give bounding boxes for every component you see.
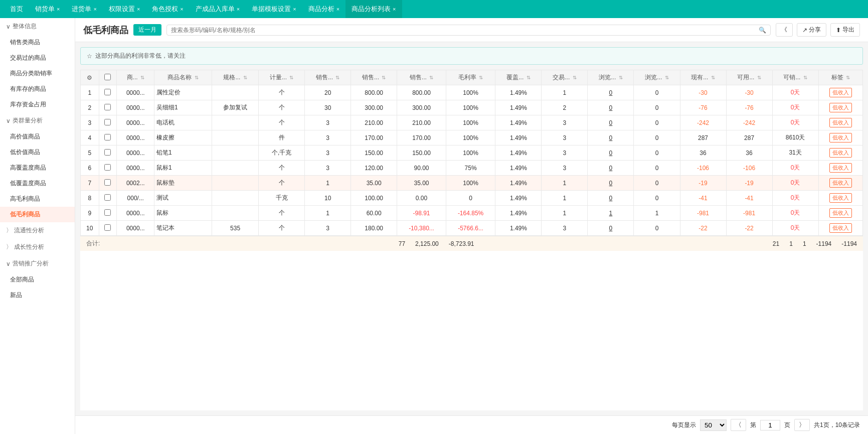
page-input[interactable] [760,420,780,430]
date-filter-button[interactable]: 近一月 [133,24,161,36]
sidebar-item-low-margin[interactable]: 低毛利商品 [0,207,75,222]
cell-view1[interactable]: 0 [588,176,634,191]
col-trade[interactable]: 交易... ⇅ [542,70,588,85]
nav-sales-order[interactable]: 销货单 × [29,0,66,18]
col-checkbox[interactable] [99,70,117,85]
view1-link[interactable]: 0 [609,89,613,96]
sidebar-item-stock-funds[interactable]: 库存资金占用 [0,97,75,112]
close-icon[interactable]: × [180,6,183,12]
close-icon[interactable]: × [57,6,60,12]
nav-role-auth[interactable]: 角色授权 × [146,0,189,18]
row-checkbox[interactable] [104,89,111,95]
cell-view1[interactable]: 0 [588,191,634,206]
select-all-checkbox[interactable] [104,74,111,80]
cell-checkbox[interactable] [99,176,117,191]
row-checkbox[interactable] [104,179,111,186]
view1-link[interactable]: 0 [609,195,613,202]
close-icon[interactable]: × [237,6,240,12]
cell-view1[interactable]: 0 [588,115,634,130]
collapse-sidebar-button[interactable]: 《 [776,23,793,37]
close-icon[interactable]: × [336,6,339,12]
cell-checkbox[interactable] [99,100,117,115]
col-available[interactable]: 可用... ⇅ [726,70,772,85]
cell-view1[interactable]: 0 [588,146,634,161]
col-view2[interactable]: 浏览... ⇅ [634,70,680,85]
row-checkbox[interactable] [104,194,111,201]
view1-link[interactable]: 0 [609,180,613,187]
row-checkbox[interactable] [104,104,111,110]
col-gross-rate[interactable]: 毛利率 ⇅ [446,70,495,85]
cell-checkbox[interactable] [99,221,117,236]
cell-view1[interactable]: 0 [588,130,634,146]
close-icon[interactable]: × [93,6,96,12]
prev-page-button[interactable]: 〈 [731,419,746,431]
sidebar-item-stocked-products[interactable]: 有库存的商品 [0,81,75,97]
col-sales-qty[interactable]: 销售... ⇅ [305,70,351,85]
col-sales-amount[interactable]: 销售... ⇅ [397,70,446,85]
sidebar-group-overall[interactable]: ∨ 整体信息 [0,18,75,35]
cell-view1[interactable]: 0 [588,161,634,176]
sidebar-item-high-margin[interactable]: 高毛利商品 [0,191,75,207]
view1-link[interactable]: 0 [609,134,613,141]
export-button[interactable]: ⬆ 导出 [830,23,860,37]
col-name[interactable]: 商品名称 ⇅ [154,70,212,85]
cell-checkbox[interactable] [99,146,117,161]
share-button[interactable]: ↗ 分享 [797,23,826,37]
view1-link[interactable]: 1 [609,210,613,217]
cell-view1[interactable]: 0 [588,85,634,100]
cell-checkbox[interactable] [99,206,117,221]
sidebar-item-low-coverage[interactable]: 低覆盖度商品 [0,176,75,191]
sidebar-group-flow[interactable]: 〉 流通性分析 [0,222,75,239]
row-checkbox[interactable] [104,209,111,216]
cell-checkbox[interactable] [99,191,117,206]
close-icon[interactable]: × [137,6,140,12]
col-current[interactable]: 现有... ⇅ [680,70,726,85]
col-settings[interactable]: ⚙ [81,70,99,85]
sidebar-item-new-products[interactable]: 新品 [0,287,75,303]
nav-product-analysis-list[interactable]: 商品分析列表 × [345,0,402,18]
sidebar-item-traded-products[interactable]: 交易过的商品 [0,50,75,66]
nav-permission[interactable]: 权限设置 × [103,0,146,18]
per-page-select[interactable]: 50 20 100 [700,419,727,431]
sidebar-item-category-rate[interactable]: 商品分类助销率 [0,66,75,81]
view1-link[interactable]: 0 [609,119,613,126]
col-sellable[interactable]: 可销... ⇅ [772,70,818,85]
nav-product-analysis[interactable]: 商品分析 × [302,0,345,18]
cell-view1[interactable]: 0 [588,221,634,236]
sidebar-item-high-coverage[interactable]: 高覆盖度商品 [0,160,75,176]
view1-link[interactable]: 0 [609,225,613,232]
row-checkbox[interactable] [104,224,111,231]
col-coverage[interactable]: 覆盖... ⇅ [495,70,542,85]
next-page-button[interactable]: 〉 [794,419,810,431]
col-code[interactable]: 商... ⇅ [117,70,154,85]
sidebar-item-sales-products[interactable]: 销售类商品 [0,35,75,50]
col-spec[interactable]: 规格... ⇅ [212,70,259,85]
search-input[interactable] [171,27,759,34]
nav-purchase-order[interactable]: 进货单 × [66,0,102,18]
nav-template-settings[interactable]: 单据模板设置 × [246,0,302,18]
close-icon[interactable]: × [393,6,396,12]
row-checkbox[interactable] [104,119,111,125]
data-table-container[interactable]: ⚙ 商... ⇅ 商品名称 ⇅ 规格... ⇅ 计量... ⇅ 销售... ⇅ … [80,70,863,410]
search-box[interactable]: 🔍 [166,25,771,36]
nav-home[interactable]: 首页 [4,0,29,18]
col-sales-price[interactable]: 销售... ⇅ [351,70,397,85]
view1-link[interactable]: 0 [609,104,613,111]
cell-view1[interactable]: 0 [588,100,634,115]
sidebar-item-low-value[interactable]: 低价值商品 [0,144,75,160]
sidebar-group-marketing[interactable]: ∨ 营销推广分析 [0,255,75,272]
cell-view1[interactable]: 1 [588,206,634,221]
cell-checkbox[interactable] [99,161,117,176]
sidebar-item-all-products[interactable]: 全部商品 [0,272,75,287]
sidebar-group-growth[interactable]: 〉 成长性分析 [0,239,75,255]
cell-checkbox[interactable] [99,115,117,130]
nav-product-storage[interactable]: 产成品入库单 × [190,0,246,18]
col-unit[interactable]: 计量... ⇅ [259,70,305,85]
row-checkbox[interactable] [104,134,111,140]
sidebar-item-high-value[interactable]: 高价值商品 [0,129,75,144]
view1-link[interactable]: 0 [609,150,613,157]
sidebar-group-cluster[interactable]: ∨ 类群量分析 [0,112,75,129]
row-checkbox[interactable] [104,149,111,156]
close-icon[interactable]: × [293,6,296,12]
col-view1[interactable]: 浏览... ⇅ [588,70,634,85]
